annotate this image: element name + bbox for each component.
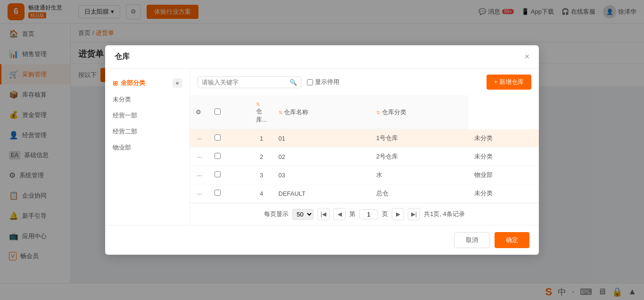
row-code: 03 [273,166,371,184]
first-page-button[interactable]: |◀ [317,208,330,220]
row-gear[interactable]: ··· [190,184,209,203]
row-category: 未分类 [469,148,539,166]
row-category: 未分类 [469,184,539,203]
collapse-button[interactable]: « [173,78,182,88]
row-code: 02 [273,148,371,166]
category-item-operations1[interactable]: 经营一部 [105,108,190,124]
modal-header: 仓库 × [105,45,539,69]
select-all-checkbox[interactable] [215,108,221,115]
last-page-button[interactable]: ▶| [408,208,420,220]
row-num: 3 [250,166,273,184]
table-row[interactable]: ··· 1 01 1号仓库 未分类 [190,129,539,148]
add-warehouse-button[interactable]: + 新增仓库 [487,75,531,90]
category-all[interactable]: ⊞ 全部分类 « [105,75,190,92]
row-name: 总仓 [371,184,469,203]
category-panel: ⊞ 全部分类 « 未分类 经营一部 经营二部 物业部 [105,69,190,225]
show-disabled-toggle[interactable]: 显示停用 [307,78,339,86]
th-name[interactable]: ⇅ 仓库名称 [273,95,371,129]
table-header: ⚙ ⇅ 仓库... ⇅ 仓库名称 [190,95,539,129]
row-checkbox[interactable] [209,148,250,166]
confirm-button[interactable]: 确定 [495,232,529,248]
th-code[interactable]: ⇅ 仓库... [250,95,273,129]
row-checkbox[interactable] [209,129,250,148]
modal-footer: 取消 确定 [105,225,539,255]
table-row[interactable]: ··· 2 02 2号仓库 未分类 [190,148,539,166]
sort-icon-cat: ⇅ [376,110,380,115]
table-body: ··· 1 01 1号仓库 未分类 ··· 2 02 2号仓库 未分类 ··· … [190,129,539,203]
page-input[interactable] [359,209,378,219]
show-disabled-checkbox[interactable] [307,79,313,85]
row-num: 1 [250,129,273,148]
row-num: 4 [250,184,273,203]
row-select-checkbox[interactable] [215,171,221,177]
row-num: 2 [250,148,273,166]
row-gear[interactable]: ··· [190,129,209,148]
search-icon: 🔍 [289,79,297,86]
row-select-checkbox[interactable] [215,153,221,159]
category-item-property[interactable]: 物业部 [105,140,190,156]
modal-title: 仓库 [115,52,130,62]
table-toolbar: 🔍 显示停用 + 新增仓库 [190,69,539,95]
row-code: DEFAULT [273,184,371,203]
per-page-select[interactable]: 50 [292,209,314,220]
th-category[interactable]: ⇅ 仓库分类 [371,95,469,129]
row-category: 物业部 [469,166,539,184]
row-select-checkbox[interactable] [215,134,221,141]
pagination: 每页显示 50 |◀ ◀ 第 页 ▶ ▶| 共1页, 4条记录 [190,203,539,225]
row-checkbox[interactable] [209,166,250,184]
search-input[interactable] [202,79,287,86]
search-box: 🔍 [198,76,301,88]
modal-close-button[interactable]: × [524,52,529,62]
next-page-button[interactable]: ▶ [392,208,404,220]
row-name: 2号仓库 [371,148,469,166]
sort-icon-code: ⇅ [256,101,260,107]
row-name: 水 [371,166,469,184]
row-gear[interactable]: ··· [190,148,209,166]
th-gear: ⚙ [190,95,209,129]
table-row[interactable]: ··· 4 DEFAULT 总仓 未分类 [190,184,539,203]
table-scroll: ⚙ ⇅ 仓库... ⇅ 仓库名称 [190,95,539,203]
prev-page-button[interactable]: ◀ [333,208,346,220]
row-checkbox[interactable] [209,184,250,203]
warehouse-table: ⚙ ⇅ 仓库... ⇅ 仓库名称 [190,95,539,203]
row-gear[interactable]: ··· [190,166,209,184]
row-select-checkbox[interactable] [215,190,221,196]
table-row[interactable]: ··· 3 03 水 物业部 [190,166,539,184]
table-panel: 🔍 显示停用 + 新增仓库 ⚙ [190,69,539,225]
row-category: 未分类 [469,129,539,148]
category-item-unclassified[interactable]: 未分类 [105,92,190,108]
sort-icon-name: ⇅ [279,110,282,115]
category-item-operations2[interactable]: 经营二部 [105,124,190,140]
modal-overlay: 仓库 × ⊞ 全部分类 « 未分类 经营一部 经营二部 物业部 [0,0,644,300]
warehouse-modal: 仓库 × ⊞ 全部分类 « 未分类 经营一部 经营二部 物业部 [105,45,539,255]
grid-icon: ⊞ [113,80,118,87]
th-checkbox [209,95,250,129]
row-name: 1号仓库 [371,129,469,148]
modal-body: ⊞ 全部分类 « 未分类 经营一部 经营二部 物业部 🔍 [105,69,539,225]
row-code: 01 [273,129,371,148]
cancel-button[interactable]: 取消 [454,232,490,248]
